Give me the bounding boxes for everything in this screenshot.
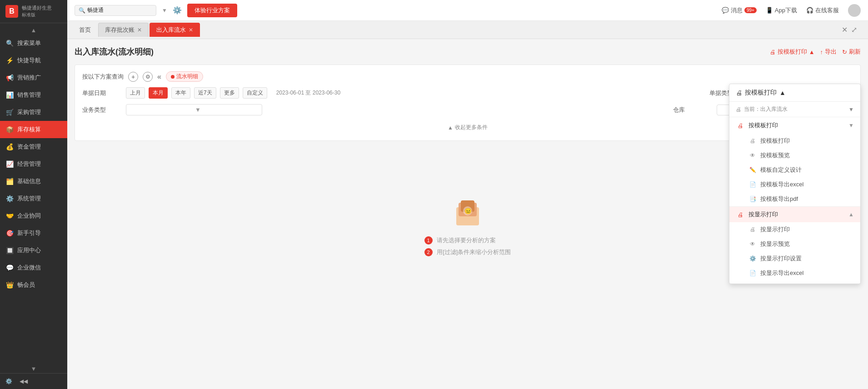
tab-首页[interactable]: 首页: [73, 23, 97, 37]
sidebar-settings[interactable]: ⚙️: [5, 378, 12, 384]
dp-item-label: 模板自定义设计: [760, 166, 802, 174]
sidebar-item-inventory[interactable]: 📦库存核算: [0, 121, 67, 138]
topbar-dropdown-chevron[interactable]: ▼: [162, 7, 167, 14]
dp-section-label-display_print: 按显示打印: [748, 210, 848, 219]
dp-section-arrow-template_print: ▼: [848, 122, 854, 129]
trial-btn[interactable]: 体验行业方案: [187, 4, 237, 17]
dp-item-模板自定义设计[interactable]: ✏️模板自定义设计: [729, 163, 860, 177]
sidebar-item-collab[interactable]: 🤝企业协同: [0, 207, 67, 224]
nav-icon-operations: 📈: [5, 160, 14, 168]
user-avatar[interactable]: [848, 4, 861, 17]
print-template-btn[interactable]: 🖨 按模板打印 ▲: [770, 48, 815, 56]
sidebar-item-wechat[interactable]: 💬企业微信: [0, 259, 67, 276]
online-service-btn[interactable]: 🎧 在线客服: [806, 6, 839, 15]
date-btn-本年[interactable]: 本年: [171, 87, 190, 99]
sidebar-scroll-up[interactable]: ▲: [0, 26, 67, 35]
nav-label-quicknav: 快捷导航: [17, 56, 41, 65]
dp-item-label: 按模板导出excel: [760, 180, 803, 189]
sidebar-item-quicknav[interactable]: ⚡快捷导航: [0, 52, 67, 69]
phone-icon: 📱: [766, 7, 773, 14]
sidebar-item-marketing[interactable]: 📢营销推广: [0, 69, 67, 86]
sidebar-item-operations[interactable]: 📈经营管理: [0, 155, 67, 173]
sidebar-item-member[interactable]: 👑畅会员: [0, 276, 67, 294]
dropdown-title: 🖨 按模板打印 ▲: [736, 89, 786, 97]
dp-section-label-template_print: 按模板打印: [748, 121, 848, 130]
dp-item-按模板预览[interactable]: 👁按模板预览: [729, 148, 860, 163]
dp-section-header-display_print[interactable]: 🖨 按显示打印 ▲: [729, 207, 860, 222]
filter-collapse-btn[interactable]: «: [157, 73, 161, 81]
dp-item-按模板打印[interactable]: 🖨按模板打印: [729, 134, 860, 148]
message-icon: 💬: [722, 7, 729, 14]
dp-section-icon-template_print: 🖨: [736, 121, 745, 130]
date-btn-近7天[interactable]: 近7天: [194, 87, 216, 99]
maximize-window-btn[interactable]: ⤢: [851, 25, 857, 34]
date-btn-自定义[interactable]: 自定义: [243, 87, 267, 99]
sidebar-item-system[interactable]: ⚙️系统管理: [0, 190, 67, 207]
filter-tag-item[interactable]: 流水明细: [166, 71, 203, 82]
nav-icon-search: 🔍: [5, 39, 14, 47]
topbar-gear-icon[interactable]: ⚙️: [173, 6, 182, 15]
warehouse-label: 仓库: [673, 106, 709, 114]
biz-type-select[interactable]: ▼: [126, 104, 262, 115]
nav-label-collab: 企业协同: [17, 212, 41, 220]
page-content: 出入库流水(流水明细) 🖨 按模板打印 ▲ ↑ 导出 ↻ 刷新: [67, 39, 868, 389]
sidebar-item-appcenter[interactable]: 🔲应用中心: [0, 242, 67, 259]
empty-tip-1: 1 请先选择要分析的方案: [424, 234, 511, 246]
topbar-search-input[interactable]: [87, 7, 146, 14]
sidebar-item-finance[interactable]: 💰资金管理: [0, 138, 67, 155]
sidebar-item-search[interactable]: 🔍搜索菜单: [0, 35, 67, 52]
tab-close-btn[interactable]: ✕: [137, 27, 142, 33]
tip-text-1: 请先选择要分析的方案: [437, 237, 496, 244]
filter-add-btn[interactable]: +: [128, 72, 138, 82]
sidebar-item-guide[interactable]: 🎯新手引导: [0, 224, 67, 242]
nav-label-appcenter: 应用中心: [17, 246, 41, 254]
message-btn[interactable]: 💬 消息 99+: [722, 6, 757, 15]
logo-icon: B: [5, 5, 18, 18]
filter-settings-btn[interactable]: ⚙: [143, 72, 153, 82]
page-title: 出入库流水(流水明细): [75, 46, 154, 57]
dropdown-scroll: 🖨 当前：出入库流水 ▼ 🖨 按模板打印 ▼ 🖨按模板打印👁按模板预览✏️模板自…: [729, 102, 860, 284]
dp-item-按显示预览[interactable]: 👁按显示预览: [729, 237, 860, 251]
dp-item-按显示打印[interactable]: 🖨按显示打印: [729, 222, 860, 237]
export-btn[interactable]: ↑ 导出: [820, 48, 837, 56]
current-label-text: 当前：出入库流水: [744, 105, 788, 113]
nav-icon-guide: 🎯: [5, 229, 14, 237]
nav-label-operations: 经营管理: [17, 160, 41, 168]
sidebar-scroll-down[interactable]: ▼: [0, 364, 67, 373]
dp-item-按模板导出excel[interactable]: 📄按模板导出excel: [729, 177, 860, 192]
refresh-btn[interactable]: ↻ 刷新: [842, 48, 861, 56]
tab-close-btn[interactable]: ✕: [189, 27, 193, 33]
date-btn-本月[interactable]: 本月: [149, 87, 168, 99]
dp-item-label: 按显示打印: [760, 225, 790, 234]
dp-section-template_print: 🖨 按模板打印 ▼ 🖨按模板打印👁按模板预览✏️模板自定义设计📄按模板导出exc…: [729, 117, 860, 207]
tab-出入库流水[interactable]: 出入库流水✕: [150, 23, 200, 37]
dp-item-按显示打印设置[interactable]: ⚙️按显示打印设置: [729, 251, 860, 266]
tip-text-2: 用[过滤]条件来缩小分析范围: [437, 249, 511, 255]
sidebar-item-basic[interactable]: 🗂️基础信息: [0, 173, 67, 190]
tab-库存批次账[interactable]: 库存批次账✕: [98, 23, 149, 37]
nav-icon-marketing: 📢: [5, 74, 14, 82]
dropdown-header: 🖨 按模板打印 ▲: [729, 84, 860, 102]
close-window-btn[interactable]: ✕: [842, 25, 848, 34]
app-download-btn[interactable]: 📱 App下载: [766, 6, 797, 15]
dp-item-按模板导出pdf[interactable]: 📑按模板导出pdf: [729, 192, 860, 206]
nav-label-basic: 基础信息: [17, 177, 41, 185]
sidebar-item-purchase[interactable]: 🛒采购管理: [0, 104, 67, 121]
dp-item-icon: 📄: [748, 180, 757, 189]
online-service-label: 在线客服: [815, 6, 839, 15]
date-btn-更多[interactable]: 更多: [220, 87, 239, 99]
dp-item-按显示导出pdf[interactable]: 📑按显示导出pdf: [729, 280, 860, 284]
dp-item-icon: 🖨: [748, 225, 757, 234]
sidebar-collapse[interactable]: ◀◀: [20, 378, 28, 384]
main-content: 🔍 ▼ ⚙️ 体验行业方案 💬 消息 99+ 📱 App下载 🎧 在线客服: [67, 0, 868, 389]
nav-icon-quicknav: ⚡: [5, 56, 14, 65]
nav-label-purchase: 采购管理: [17, 108, 41, 116]
topbar: 🔍 ▼ ⚙️ 体验行业方案 💬 消息 99+ 📱 App下载 🎧 在线客服: [67, 0, 868, 21]
sidebar-item-sales[interactable]: 📊销售管理: [0, 86, 67, 104]
app-version: 标准版: [22, 12, 52, 18]
printer-icon: 🖨: [770, 49, 776, 55]
date-btn-上月[interactable]: 上月: [126, 87, 145, 99]
dp-item-按显示导出excel[interactable]: 📄按显示导出excel: [729, 266, 860, 280]
dp-section-header-template_print[interactable]: 🖨 按模板打印 ▼: [729, 117, 860, 134]
app-name: 畅捷通好生意: [22, 5, 52, 11]
